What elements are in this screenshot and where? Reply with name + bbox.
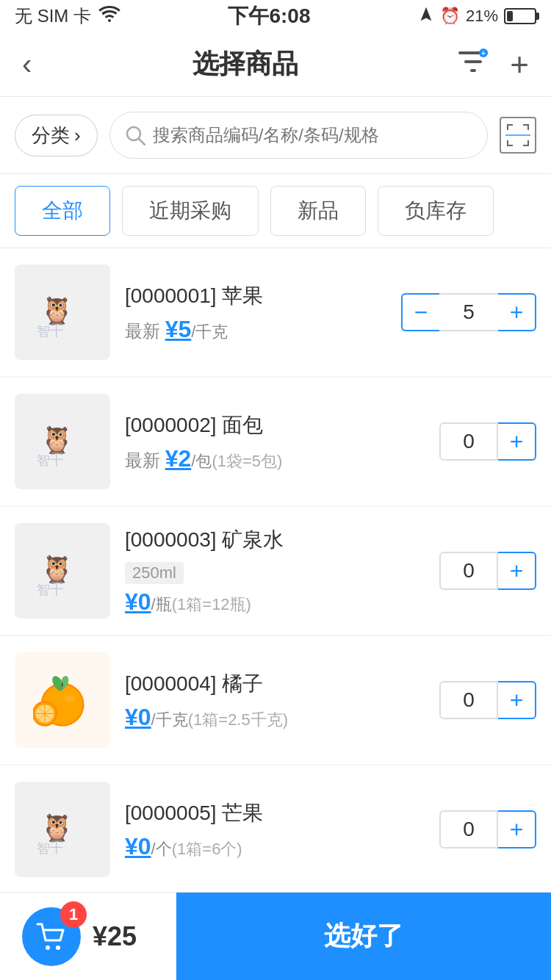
svg-rect-8 <box>507 124 508 130</box>
tab-recent[interactable]: 近期采购 <box>122 186 259 236</box>
gps-icon <box>418 5 434 27</box>
tab-row: 全部 近期采购 新品 负库存 <box>0 174 551 248</box>
svg-text:🦉: 🦉 <box>40 812 73 843</box>
list-item: [0000004] 橘子 ¥0/千克(1箱=2.5千克) + <box>0 636 551 764</box>
product-info: [0000005] 芒果 ¥0/个(1箱=6个) <box>125 799 425 860</box>
svg-point-42 <box>56 945 60 950</box>
category-label: 分类 <box>32 123 70 148</box>
price-value: ¥2 <box>165 445 192 472</box>
product-thumbnail: 🦉 智十 <box>15 782 110 877</box>
back-button[interactable]: ‹ <box>22 48 32 81</box>
tab-all[interactable]: 全部 <box>15 186 110 236</box>
svg-text:智十: 智十 <box>37 324 63 339</box>
alarm-icon: ⏰ <box>440 7 460 26</box>
quantity-increase-button[interactable]: + <box>498 810 536 849</box>
product-name: [0000003] 矿泉水 <box>125 526 425 554</box>
price-value: ¥0 <box>125 833 151 860</box>
quantity-input[interactable] <box>439 681 498 719</box>
tab-negative[interactable]: 负库存 <box>378 186 494 236</box>
svg-rect-12 <box>507 140 508 146</box>
quantity-input[interactable] <box>439 293 498 331</box>
product-name: [0000005] 芒果 <box>125 799 425 827</box>
confirm-button[interactable]: 选好了 <box>176 893 551 980</box>
list-item: 🦉 智十 [0000002] 面包 最新 ¥2/包(1袋=5包) + <box>0 378 551 505</box>
quantity-increase-button[interactable]: + <box>498 293 536 331</box>
add-icon[interactable]: + <box>510 46 529 83</box>
tab-new[interactable]: 新品 <box>270 186 366 236</box>
product-price: ¥0/瓶(1箱=12瓶) <box>125 588 425 616</box>
product-price: 最新 ¥5/千克 <box>125 316 386 343</box>
svg-rect-27 <box>62 683 63 687</box>
svg-text:🦉: 🦉 <box>40 553 73 585</box>
product-thumbnail: 🦉 智十 <box>15 264 110 360</box>
search-icon <box>125 125 145 145</box>
svg-text:智十: 智十 <box>37 453 63 468</box>
quantity-input[interactable] <box>439 810 498 849</box>
nav-bar: ‹ 选择商品 + + <box>0 32 551 97</box>
carrier-label: 无 SIM 卡 <box>15 4 91 28</box>
scan-icon[interactable] <box>500 117 536 154</box>
product-name: [0000004] 橘子 <box>125 670 425 698</box>
svg-text:智十: 智十 <box>37 583 63 597</box>
battery-percent: 21% <box>466 7 498 26</box>
product-thumbnail <box>15 652 110 748</box>
cart-button[interactable]: 1 <box>22 907 81 966</box>
product-info: [0000002] 面包 最新 ¥2/包(1袋=5包) <box>125 411 425 472</box>
price-unit: /瓶 <box>151 595 172 613</box>
status-time: 下午6:08 <box>228 2 310 30</box>
price-value: ¥5 <box>165 316 192 342</box>
placeholder-icon: 🦉 智十 <box>33 800 92 859</box>
price-note: (1袋=5包) <box>212 452 282 470</box>
quantity-decrease-button[interactable]: − <box>401 293 439 331</box>
search-box[interactable] <box>109 112 488 159</box>
product-price: ¥0/个(1箱=6个) <box>125 833 425 860</box>
quantity-increase-button[interactable]: + <box>498 681 536 719</box>
svg-rect-2 <box>470 69 476 72</box>
svg-rect-14 <box>527 140 529 146</box>
price-note: (1箱=12瓶) <box>172 595 251 613</box>
product-thumbnail: 🦉 智十 <box>15 523 110 619</box>
product-info: [0000004] 橘子 ¥0/千克(1箱=2.5千克) <box>125 670 425 731</box>
quantity-input[interactable] <box>439 552 498 590</box>
quantity-increase-button[interactable]: + <box>498 422 536 461</box>
price-value: ¥0 <box>125 588 151 615</box>
search-input[interactable] <box>153 125 472 145</box>
status-right: ⏰ 21% <box>418 5 536 27</box>
price-unit: /个 <box>151 840 172 858</box>
quantity-input[interactable] <box>439 422 498 461</box>
nav-icons: + + <box>458 46 529 83</box>
filter-icon[interactable]: + <box>458 48 488 80</box>
filter-bar: 分类 › <box>0 97 551 174</box>
quantity-increase-button[interactable]: + <box>498 552 536 590</box>
svg-text:+: + <box>481 49 486 57</box>
page-title: 选择商品 <box>192 46 298 82</box>
placeholder-icon: 🦉 智十 <box>33 412 92 471</box>
product-name: [0000001] 苹果 <box>125 282 386 310</box>
quantity-control: + <box>439 681 536 719</box>
svg-text:智十: 智十 <box>37 841 63 856</box>
product-price: ¥0/千克(1箱=2.5千克) <box>125 704 425 731</box>
list-item: 🦉 智十 [0000003] 矿泉水 250ml ¥0/瓶(1箱=12瓶) + <box>0 507 551 635</box>
cart-area: 1 ¥25 <box>0 907 176 966</box>
cart-total: ¥25 <box>93 921 137 952</box>
status-left: 无 SIM 卡 <box>15 4 120 28</box>
product-name: [0000002] 面包 <box>125 411 425 439</box>
product-list: 🦉 智十 [0000001] 苹果 最新 ¥5/千克 − + 🦉 智十 [000… <box>0 248 551 980</box>
price-unit: /包 <box>191 452 212 470</box>
placeholder-icon: 🦉 智十 <box>33 283 92 342</box>
svg-rect-15 <box>505 134 530 136</box>
price-value: ¥0 <box>125 704 151 730</box>
svg-text:🦉: 🦉 <box>40 295 73 326</box>
battery-icon <box>504 8 536 24</box>
product-spec: 250ml <box>125 562 184 584</box>
price-unit: /千克 <box>191 323 228 341</box>
category-button[interactable]: 分类 › <box>15 115 98 156</box>
list-item: 🦉 智十 [0000001] 苹果 最新 ¥5/千克 − + <box>0 248 551 376</box>
bottom-bar: 1 ¥25 选好了 <box>0 892 551 980</box>
svg-point-24 <box>64 695 75 702</box>
svg-point-41 <box>46 945 50 950</box>
quantity-control: + <box>439 422 536 461</box>
quantity-control: + <box>439 552 536 590</box>
status-bar: 无 SIM 卡 下午6:08 ⏰ 21% <box>0 0 551 32</box>
price-note: (1箱=6个) <box>172 840 242 858</box>
